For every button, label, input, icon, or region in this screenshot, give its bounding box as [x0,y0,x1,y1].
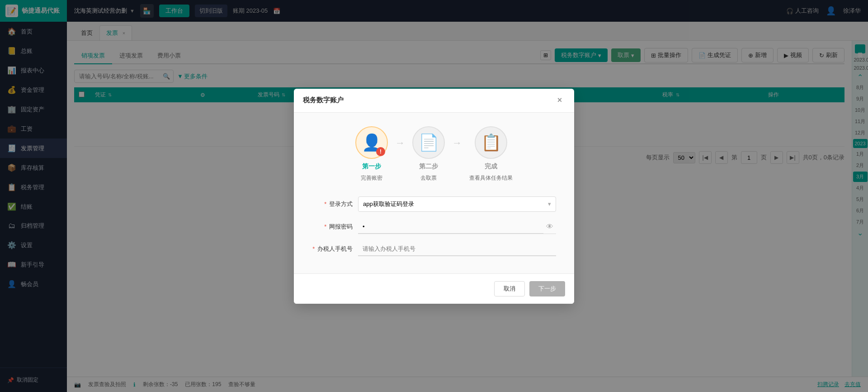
phone-label: * 办税人手机号 [312,245,353,253]
close-icon: × [557,96,562,105]
next-button[interactable]: 下一步 [529,281,565,296]
modal-overlay: 税务数字账户 × 👤 ! 第一步 完善账密 → [0,0,868,392]
step-arrow-1: → [388,137,412,149]
login-method-label: * 登录方式 [312,200,353,208]
step-2-icon: 📄 [412,126,445,159]
step-1-error-badge: ! [376,147,385,156]
eye-icon[interactable]: 👁 [543,223,556,231]
password-input[interactable] [358,220,543,234]
modal-body: 👤 ! 第一步 完善账密 → 📄 第二步 去取票 → [294,113,574,273]
step-3-label: 完成 [485,163,497,171]
form-row-phone: * 办税人手机号 [312,242,556,256]
modal-close-button[interactable]: × [554,95,565,106]
password-label: * 网报密码 [312,223,353,231]
step-1-label: 第一步 [362,163,381,171]
modal-footer: 取消 下一步 [294,273,574,304]
step-arrow-2: → [445,137,469,149]
cancel-label: 取消 [504,285,515,292]
password-input-wrap: 👁 [358,220,556,234]
phone-input-wrap [358,242,556,256]
step-2-symbol: 📄 [419,133,439,152]
step-1: 👤 ! 第一步 完善账密 [355,126,388,182]
required-star-3: * [312,245,315,252]
step-3-icon: 📋 [475,126,507,159]
step-3-desc: 查看具体任务结果 [469,174,513,182]
step-2-label: 第二步 [419,163,438,171]
step-3: 📋 完成 查看具体任务结果 [469,126,513,182]
modal: 税务数字账户 × 👤 ! 第一步 完善账密 → [294,89,574,304]
modal-form: * 登录方式 app获取验证码登录 ▾ * 网报密码 [312,196,556,256]
required-star: * [324,201,326,207]
modal-title: 税务数字账户 [303,96,344,105]
step-2: 📄 第二步 去取票 [412,126,445,182]
modal-header: 税务数字账户 × [294,89,574,113]
steps: 👤 ! 第一步 完善账密 → 📄 第二步 去取票 → [312,126,556,182]
select-chevron-icon: ▾ [548,201,551,207]
required-star-2: * [324,223,326,230]
form-row-password: * 网报密码 👁 [312,220,556,234]
login-method-value: app获取验证码登录 [363,200,414,208]
phone-input[interactable] [358,242,556,256]
step-2-desc: 去取票 [420,174,437,182]
next-label: 下一步 [538,285,556,292]
step-3-symbol: 📋 [481,133,501,152]
cancel-button[interactable]: 取消 [494,281,525,296]
step-1-icon: 👤 ! [355,126,388,159]
step-1-desc: 完善账密 [361,174,382,182]
login-method-select[interactable]: app获取验证码登录 ▾ [358,196,556,212]
form-row-login-method: * 登录方式 app获取验证码登录 ▾ [312,196,556,212]
